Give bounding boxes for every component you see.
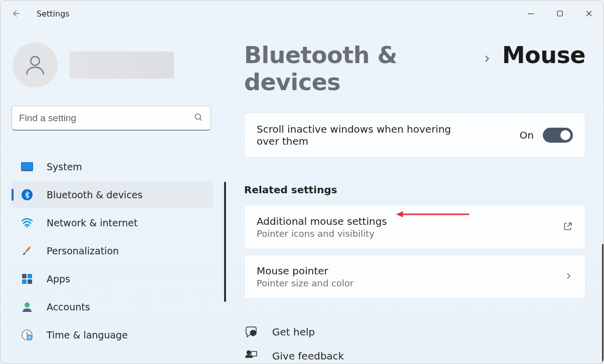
titlebar: Settings — [1, 1, 603, 27]
maximize-button[interactable] — [545, 5, 574, 22]
svg-rect-13 — [22, 279, 27, 284]
person-icon — [23, 53, 48, 78]
search-icon — [193, 112, 204, 124]
svg-point-8 — [26, 226, 28, 228]
sidebar-item-personalization[interactable]: Personalization — [12, 238, 213, 264]
svg-point-2 — [31, 57, 40, 66]
svg-point-22 — [247, 351, 251, 354]
link-mouse-pointer[interactable]: Mouse pointer Pointer size and color — [244, 254, 585, 299]
toggle-state-label: On — [520, 129, 534, 141]
bluetooth-icon — [21, 188, 34, 201]
footer-link-label: Get help — [272, 326, 315, 338]
main-content: Bluetooth & devices › Mouse Scroll inact… — [225, 27, 603, 363]
sidebar: System Bluetooth & devices Network & int… — [1, 27, 225, 363]
page-title: Mouse — [502, 42, 585, 69]
time-language-icon — [21, 328, 34, 341]
back-button[interactable] — [8, 5, 26, 23]
svg-rect-6 — [21, 170, 33, 171]
titlebar-left: Settings — [8, 5, 70, 23]
sidebar-item-label: System — [47, 161, 82, 172]
sidebar-item-label: Accounts — [47, 301, 90, 312]
search-input[interactable] — [19, 113, 193, 124]
help-icon: ? — [244, 325, 258, 339]
svg-rect-14 — [28, 279, 32, 284]
system-icon — [21, 160, 34, 173]
svg-rect-1 — [557, 11, 562, 16]
app-title: Settings — [37, 9, 70, 19]
toggle-scroll-inactive[interactable] — [543, 128, 573, 143]
close-icon — [585, 10, 592, 17]
sidebar-item-bluetooth-devices[interactable]: Bluetooth & devices — [12, 182, 213, 208]
sidebar-item-label: Apps — [47, 273, 70, 284]
sidebar-item-network[interactable]: Network & internet — [12, 210, 213, 236]
accounts-icon — [21, 300, 34, 313]
open-external-icon — [563, 221, 573, 233]
minimize-icon — [527, 10, 534, 17]
search-box[interactable] — [12, 106, 211, 131]
annotation-arrow — [396, 211, 469, 218]
link-title: Mouse pointer — [257, 265, 353, 277]
svg-rect-11 — [22, 274, 27, 278]
sidebar-item-label: Personalization — [47, 245, 119, 256]
sidebar-item-system[interactable]: System — [12, 154, 213, 180]
sidebar-item-label: Bluetooth & devices — [47, 189, 142, 200]
svg-marker-19 — [396, 211, 403, 217]
user-name — [70, 52, 174, 79]
back-arrow-icon — [12, 9, 21, 18]
footer-links: ? Get help Give feedback — [244, 325, 585, 363]
link-additional-mouse-settings[interactable]: Additional mouse settings Pointer icons … — [244, 205, 585, 249]
user-account-row[interactable] — [12, 43, 214, 88]
main-scrollbar[interactable] — [602, 244, 603, 363]
sidebar-item-time-language[interactable]: Time & language — [12, 322, 213, 348]
personalization-icon — [21, 244, 34, 257]
svg-rect-0 — [528, 14, 534, 14]
chevron-right-icon — [564, 271, 573, 282]
wifi-icon — [21, 216, 34, 229]
svg-rect-12 — [28, 274, 32, 278]
sidebar-item-apps[interactable]: Apps — [12, 266, 213, 292]
setting-scroll-inactive[interactable]: Scroll inactive windows when hovering ov… — [244, 113, 585, 158]
link-subtitle: Pointer icons and visibility — [257, 228, 387, 239]
section-title-related: Related settings — [244, 184, 585, 196]
link-title: Additional mouse settings — [257, 215, 387, 227]
apps-icon — [21, 272, 34, 285]
caption-controls — [516, 5, 603, 22]
sidebar-item-label: Network & internet — [47, 217, 137, 228]
svg-point-15 — [25, 302, 30, 307]
avatar — [13, 43, 58, 88]
sidebar-item-accounts[interactable]: Accounts — [12, 294, 213, 320]
minimize-button[interactable] — [516, 5, 545, 22]
chevron-right-icon: › — [484, 49, 490, 67]
breadcrumb-parent[interactable]: Bluetooth & devices — [244, 42, 472, 96]
svg-rect-5 — [22, 163, 33, 170]
get-help-link[interactable]: ? Get help — [244, 325, 585, 339]
svg-text:?: ? — [252, 331, 255, 336]
sidebar-item-label: Time & language — [47, 329, 128, 340]
breadcrumb: Bluetooth & devices › Mouse — [244, 42, 585, 96]
link-subtitle: Pointer size and color — [257, 278, 353, 288]
maximize-icon — [556, 10, 563, 17]
svg-point-3 — [195, 114, 200, 119]
nav: System Bluetooth & devices Network & int… — [12, 154, 214, 348]
give-feedback-link[interactable]: Give feedback — [244, 349, 585, 363]
feedback-icon — [244, 349, 258, 363]
close-button[interactable] — [574, 5, 603, 22]
setting-title: Scroll inactive windows when hovering ov… — [257, 123, 457, 147]
footer-link-label: Give feedback — [272, 350, 344, 362]
